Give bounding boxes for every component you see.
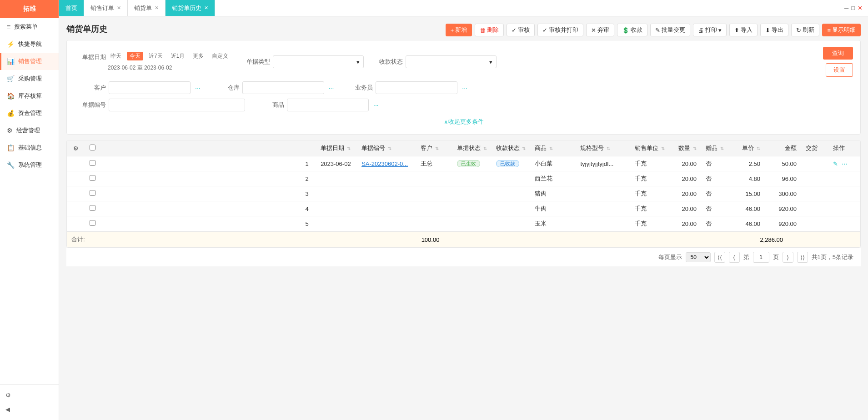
date-badge-7days[interactable]: 近7天 xyxy=(146,52,166,60)
row-checkbox-cell[interactable] xyxy=(85,186,298,201)
warehouse-input[interactable] xyxy=(242,81,324,94)
sort-spec-icon: ⇅ xyxy=(607,146,610,151)
filter-collapse-btn[interactable]: ∧ 收起更多条件 xyxy=(74,116,853,128)
row-checkbox-cell[interactable] xyxy=(85,156,298,171)
row-checkbox[interactable] xyxy=(90,190,95,196)
page-prev-btn[interactable]: ⟨ xyxy=(729,252,740,263)
th-gift[interactable]: 赠品 ⇅ xyxy=(701,140,728,156)
sidebar-item-quick-nav[interactable]: ⚡ 快捷导航 xyxy=(0,35,59,53)
th-unit[interactable]: 销售单位 ⇅ xyxy=(630,140,669,156)
th-spec[interactable]: 规格型号 ⇅ xyxy=(576,140,630,156)
row-action: ✎ ⋯ xyxy=(828,156,860,171)
tab-home[interactable]: 首页 xyxy=(59,0,84,16)
th-pay-status[interactable]: 收款状态 ⇅ xyxy=(492,140,531,156)
row-doc-no[interactable] xyxy=(357,186,416,201)
th-goods[interactable]: 商品 ⇅ xyxy=(530,140,576,156)
doc-type-label: 单据类型 xyxy=(238,58,270,66)
date-badge-1month[interactable]: 近1月 xyxy=(168,52,188,60)
tab-home-label: 首页 xyxy=(65,4,77,12)
import-button[interactable]: ⬆ 导入 xyxy=(729,24,758,36)
sidebar-item-purchase-mgmt[interactable]: 🛒 采购管理 xyxy=(0,70,59,87)
footer-total-qty: 100.00 xyxy=(421,236,440,243)
th-checkbox[interactable] xyxy=(85,140,298,156)
sidebar-item-inventory[interactable]: 🏠 库存核算 xyxy=(0,87,59,105)
window-close-btn[interactable]: ✕ xyxy=(858,5,863,11)
customer-input[interactable] xyxy=(109,81,191,94)
doc-type-select[interactable]: ▾ xyxy=(273,55,364,68)
collect-button[interactable]: 💲 收款 xyxy=(617,24,647,36)
customer-more-btn[interactable]: ··· xyxy=(195,84,201,91)
row-doc-no[interactable]: SA-20230602-0... xyxy=(357,156,416,171)
row-action xyxy=(828,186,860,201)
th-qty[interactable]: 数量 ⇅ xyxy=(669,140,701,156)
page-next-btn[interactable]: ⟩ xyxy=(783,252,793,263)
row-checkbox[interactable] xyxy=(90,175,95,181)
export-button[interactable]: ⬇ 导出 xyxy=(760,24,788,36)
staff-more-btn[interactable]: ··· xyxy=(462,84,467,91)
table-settings-icon[interactable]: ⚙ xyxy=(73,145,79,152)
select-all-checkbox[interactable] xyxy=(90,145,95,150)
row-doc-no[interactable] xyxy=(357,216,416,231)
row-checkbox[interactable] xyxy=(90,160,95,166)
sort-date-icon: ⇅ xyxy=(347,146,351,151)
sidebar-item-basic-info[interactable]: 📋 基础信息 xyxy=(0,139,59,156)
row-checkbox-cell[interactable] xyxy=(85,216,298,231)
tab-sales-order[interactable]: 销售订单 ✕ xyxy=(84,0,128,16)
abandon-button[interactable]: ✕ 弃审 xyxy=(586,24,614,36)
print-button[interactable]: 🖨 打印 ▾ xyxy=(693,24,727,36)
page-input[interactable] xyxy=(753,252,769,263)
th-doc-no[interactable]: 单据编号 ⇅ xyxy=(357,140,416,156)
date-badge-yesterday[interactable]: 昨天 xyxy=(108,52,124,60)
th-date[interactable]: 单据日期 ⇅ xyxy=(316,140,357,156)
th-customer[interactable]: 客户 ⇅ xyxy=(416,140,452,156)
refresh-button[interactable]: ↻ 刷新 xyxy=(791,24,819,36)
th-settings[interactable]: ⚙ xyxy=(67,140,85,156)
sidebar-item-system-mgmt[interactable]: 🔧 系统管理 xyxy=(0,156,59,174)
delete-button[interactable]: 🗑 删除 xyxy=(475,24,504,36)
audit-button[interactable]: ✓ 审核 xyxy=(507,24,535,36)
tab-sales-history-close[interactable]: ✕ xyxy=(204,5,208,11)
sidebar-item-search-menu[interactable]: ≡ 搜索菜单 xyxy=(0,18,59,35)
setting-button[interactable]: 设置 xyxy=(826,63,853,77)
row-more-btn[interactable]: ⋯ xyxy=(842,160,848,167)
goods-input[interactable] xyxy=(287,99,369,111)
sidebar-item-operation-mgmt[interactable]: ⚙ 经营管理 xyxy=(0,122,59,139)
doc-no-input[interactable] xyxy=(109,99,245,111)
new-button[interactable]: + 新增 xyxy=(446,24,472,36)
row-doc-no[interactable] xyxy=(357,171,416,186)
window-maximize-btn[interactable]: □ xyxy=(851,5,855,11)
row-checkbox-cell[interactable] xyxy=(85,201,298,216)
query-button[interactable]: 查询 xyxy=(823,47,853,60)
page-first-btn[interactable]: ⟨⟨ xyxy=(714,252,725,263)
row-edit-btn[interactable]: ✎ xyxy=(833,160,838,167)
th-doc-status[interactable]: 单据状态 ⇅ xyxy=(452,140,492,156)
tab-sales-history[interactable]: 销货单历史 ✕ xyxy=(166,0,215,16)
print-icon: 🖨 xyxy=(698,27,704,34)
th-price[interactable]: 单价 ⇅ xyxy=(728,140,765,156)
show-detail-button[interactable]: ≡ 显示明细 xyxy=(822,24,861,36)
date-badge-custom[interactable]: 自定义 xyxy=(209,52,231,60)
tab-sales-delivery-close[interactable]: ✕ xyxy=(155,5,159,11)
audit-print-button[interactable]: ✓ 审核并打印 xyxy=(537,24,583,36)
row-doc-no[interactable] xyxy=(357,201,416,216)
batch-change-button[interactable]: ✎ 批量变更 xyxy=(650,24,690,36)
warehouse-more-btn[interactable]: ··· xyxy=(329,84,334,91)
row-checkbox[interactable] xyxy=(90,220,95,226)
sidebar-item-sales-mgmt[interactable]: 📊 销售管理 xyxy=(0,53,59,70)
tab-sales-delivery[interactable]: 销货单 ✕ xyxy=(128,0,166,16)
goods-more-btn[interactable]: ··· xyxy=(373,101,379,109)
date-badge-more[interactable]: 更多 xyxy=(190,52,206,60)
row-checkbox[interactable] xyxy=(90,205,95,211)
row-checkbox-cell[interactable] xyxy=(85,171,298,186)
row-action xyxy=(828,201,860,216)
sidebar-settings-btn[interactable]: ⚙ xyxy=(0,388,59,402)
sidebar-item-finance-mgmt[interactable]: 💰 资金管理 xyxy=(0,105,59,122)
sidebar-toggle-btn[interactable]: ◀ xyxy=(0,402,59,416)
tab-sales-order-close[interactable]: ✕ xyxy=(117,5,121,11)
page-last-btn[interactable]: ⟩⟩ xyxy=(797,252,808,263)
window-minimize-btn[interactable]: ─ xyxy=(844,5,848,11)
page-size-select[interactable]: 50 20 100 xyxy=(686,252,711,262)
pay-status-select[interactable]: ▾ xyxy=(406,55,497,68)
date-badge-today[interactable]: 今天 xyxy=(127,52,143,60)
staff-input[interactable] xyxy=(376,81,457,94)
